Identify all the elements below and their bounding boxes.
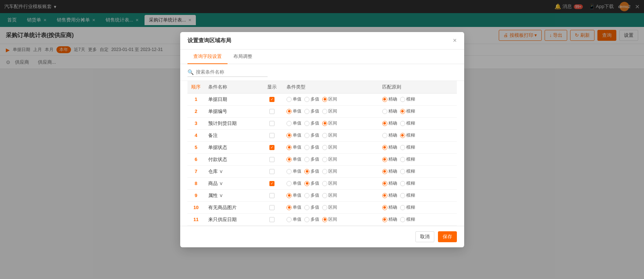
search-row: 🔍 (180, 64, 464, 69)
tab-layout-adjust[interactable]: 布局调整 (228, 50, 258, 64)
dialog-tabs: 查询字段设置 布局调整 (180, 50, 464, 64)
search-box: 🔍 (187, 68, 268, 69)
dialog: 设置查询区域布局 × 查询字段设置 布局调整 🔍 (180, 32, 464, 69)
dialog-close-btn[interactable]: × (453, 37, 457, 44)
dialog-body: 查询字段设置 布局调整 🔍 顺序 条件名称 显示 (180, 50, 464, 69)
modal-overlay: 设置查询区域布局 × 查询字段设置 布局调整 🔍 (0, 0, 644, 69)
dialog-title: 设置查询区域布局 (187, 37, 231, 44)
tab-query-fields[interactable]: 查询字段设置 (187, 50, 228, 64)
dialog-header: 设置查询区域布局 × (180, 32, 464, 50)
